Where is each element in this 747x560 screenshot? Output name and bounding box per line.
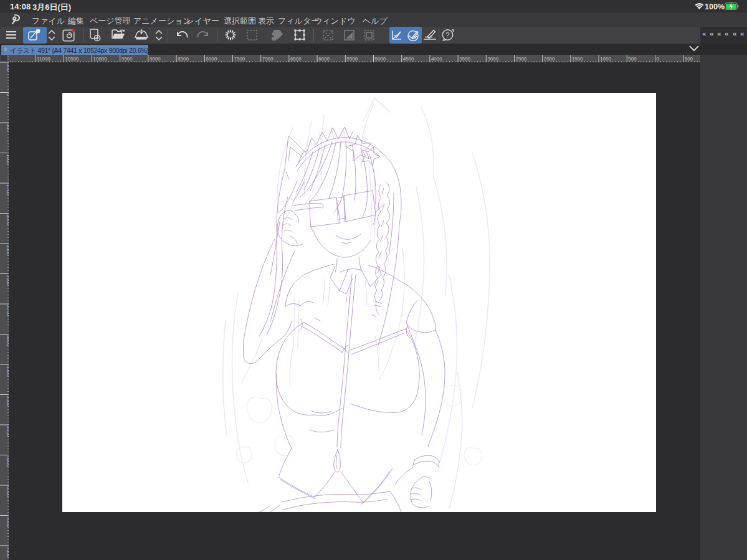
svg-text:500: 500 — [685, 56, 693, 62]
svg-text:0: 0 — [657, 56, 660, 62]
svg-text:4500: 4500 — [403, 56, 414, 62]
svg-text:7500: 7500 — [234, 56, 245, 62]
svg-text:9000: 9000 — [150, 56, 161, 62]
svg-text:5500: 5500 — [346, 56, 358, 62]
svg-text:2000: 2000 — [544, 56, 555, 62]
svg-text:4000: 4000 — [431, 56, 442, 62]
svg-text:?: ? — [445, 31, 449, 39]
svg-text:1000: 1000 — [600, 56, 611, 62]
svg-text:7000: 7000 — [262, 56, 274, 62]
svg-text:1500: 1500 — [572, 56, 583, 62]
svg-text:9500: 9500 — [121, 56, 133, 62]
svg-text:2500: 2500 — [516, 56, 527, 62]
svg-text:3000: 3000 — [487, 56, 498, 62]
svg-text:10000: 10000 — [93, 56, 108, 62]
svg-text:8000: 8000 — [206, 56, 217, 62]
svg-text:10500: 10500 — [65, 56, 79, 62]
svg-text:11000: 11000 — [37, 56, 50, 62]
svg-text:8500: 8500 — [178, 56, 189, 62]
svg-text:3500: 3500 — [459, 56, 470, 62]
svg-text:5000: 5000 — [375, 56, 386, 62]
svg-text:500: 500 — [628, 56, 637, 62]
svg-text:6500: 6500 — [290, 56, 302, 62]
svg-text:6000: 6000 — [318, 56, 330, 62]
